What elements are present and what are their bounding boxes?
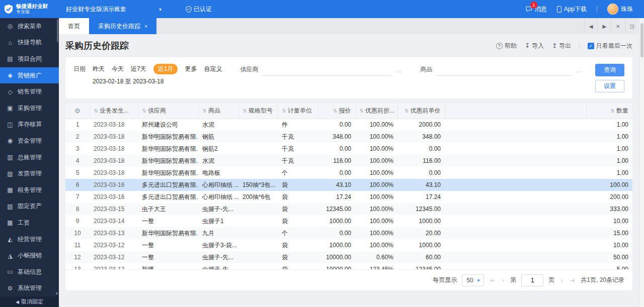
table-row[interactable]: 122023-03-12一整虫腿子-先...袋10000.000.60%60.0… bbox=[65, 251, 632, 263]
page-number-input[interactable] bbox=[521, 274, 543, 286]
cell-supplier: 新疆 bbox=[138, 263, 198, 269]
sidebar-item-system[interactable]: ⚙系统管理 bbox=[0, 280, 59, 297]
last-page-icon[interactable]: ⇥ bbox=[569, 277, 576, 284]
table-row[interactable]: 102023-03-13新华明国际贸易有限...九月个0.00100.00%20… bbox=[65, 227, 632, 239]
prev-page-icon[interactable]: ‹ bbox=[501, 277, 505, 284]
sort-icon[interactable]: ⇅ bbox=[282, 108, 286, 114]
table-row[interactable]: 12023-03-18郑州建设公司水泥件0.00100.00%2000.001.… bbox=[65, 119, 632, 131]
verified-badge[interactable]: 已认证 bbox=[186, 5, 212, 14]
product-picker-ellipsis[interactable]: ... bbox=[576, 67, 582, 76]
account-set-select[interactable]: 好业财专业版演示账套 ▾ bbox=[66, 5, 162, 14]
sidebar-item-sales[interactable]: ◇销售管理 bbox=[0, 83, 59, 100]
product-input[interactable] bbox=[436, 64, 572, 76]
sidebar-item-fixed-assets[interactable]: ▧固定资产 bbox=[0, 198, 59, 215]
table-row[interactable]: 92023-03-14一整虫腿子1袋1000.00100.00%1000.001… bbox=[65, 215, 632, 227]
sidebar-item-salary[interactable]: ▩工资 bbox=[0, 215, 59, 231]
sort-icon[interactable]: ⇅ bbox=[142, 108, 146, 114]
table-row[interactable]: 32023-03-18新华明国际贸易有限...钢筋2千克0.00100.00%0… bbox=[65, 143, 632, 155]
sidebar-item-search-menu[interactable]: ◎搜索菜单 bbox=[0, 18, 59, 35]
cell-date: 2023-03-14 bbox=[90, 215, 138, 227]
cell-price: 10000.00 bbox=[318, 263, 355, 269]
divider bbox=[597, 6, 597, 13]
col-pre-price: 优惠前单价 bbox=[411, 107, 441, 114]
sort-icon[interactable]: ⇅ bbox=[360, 108, 364, 114]
date-option[interactable]: 昨天 bbox=[93, 65, 105, 73]
cell-product: 水泥 bbox=[198, 119, 238, 131]
first-page-icon[interactable]: ⇤ bbox=[489, 277, 496, 284]
search-icon: ◎ bbox=[7, 23, 14, 30]
user-menu[interactable]: 珠珠 bbox=[607, 4, 633, 15]
date-option[interactable]: 今天 bbox=[112, 65, 124, 73]
sort-icon[interactable]: ⇅ bbox=[333, 108, 337, 114]
supplier-input[interactable] bbox=[262, 64, 391, 76]
window-scrollbar[interactable] bbox=[639, 18, 644, 307]
next-page-icon[interactable]: › bbox=[559, 277, 564, 284]
sidebar-item-invoice[interactable]: ▨发票管理 bbox=[0, 165, 59, 182]
date-option[interactable]: 近7天 bbox=[131, 65, 146, 73]
sidebar-item-marketing[interactable]: ◈营销推广 bbox=[0, 67, 59, 84]
scroll-tabs-left-icon[interactable]: ◀ bbox=[584, 18, 598, 34]
sort-icon[interactable]: ⇅ bbox=[611, 108, 615, 114]
close-tab-icon[interactable]: × bbox=[144, 23, 147, 29]
sidebar-item-reimburse[interactable]: ◮小畅报销 bbox=[0, 247, 59, 264]
settings-button[interactable]: 设置 bbox=[595, 80, 624, 92]
date-option[interactable]: 更多 bbox=[185, 65, 197, 73]
table-row[interactable]: 52023-03-18新华明国际贸易有限...电路板个0.00100.00%0.… bbox=[65, 167, 632, 179]
checkbox-checked-icon[interactable]: ✓ bbox=[588, 43, 594, 49]
table-row[interactable]: 132023-03-12新疆虫腿子-先...袋10000.00123.45%12… bbox=[65, 263, 632, 269]
scrollbar-thumb[interactable] bbox=[640, 23, 643, 57]
sort-icon[interactable]: ⇅ bbox=[203, 108, 207, 114]
export-button[interactable]: ↥ 导出 bbox=[552, 42, 571, 50]
sidebar-item-operation[interactable]: ◭经营管理 bbox=[0, 231, 59, 248]
cell-pre-price: 0.00 bbox=[397, 167, 445, 179]
only-last-label: 只看最后一次 bbox=[596, 42, 632, 50]
sidebar-scroll-down-icon[interactable]: ▾ bbox=[55, 291, 58, 296]
sidebar-item-tax[interactable]: ▦税务管理 bbox=[0, 182, 59, 198]
cell-unit: 件 bbox=[278, 119, 318, 131]
cell-date: 2023-03-16 bbox=[90, 179, 138, 191]
sidebar-scrollbar[interactable] bbox=[57, 19, 58, 42]
date-option[interactable]: 近1月 bbox=[153, 64, 178, 74]
help-button[interactable]: ? 帮助 bbox=[496, 42, 517, 50]
table-row[interactable]: 82023-03-15虫子大王虫腿子-先...袋12345.00100.00%1… bbox=[65, 203, 632, 215]
per-page-select[interactable]: 50 ▾ bbox=[462, 274, 484, 286]
tab-purchase-history[interactable]: 采购历史价跟踪 × bbox=[89, 18, 156, 34]
sidebar-item-inventory[interactable]: ◫库存核算 bbox=[0, 117, 59, 133]
avatar bbox=[607, 4, 618, 15]
table-row[interactable]: 62023-03-16多元进出口贸易有限...心相印抽纸 ...150抽*3包.… bbox=[65, 179, 632, 191]
tab-home[interactable]: 首页 bbox=[59, 18, 89, 34]
sidebar-item-funds[interactable]: ◉资金管理 bbox=[0, 133, 59, 149]
app-download-button[interactable]: App下载 bbox=[557, 5, 587, 14]
cell-row-number: 13 bbox=[65, 263, 90, 269]
sidebar-item-project-contract[interactable]: ▤项目合同 bbox=[0, 51, 59, 67]
sort-icon[interactable]: ⇅ bbox=[94, 108, 98, 114]
cell-pre-price: 12345.00 bbox=[397, 203, 445, 215]
messages-button[interactable]: 消息 1 bbox=[525, 5, 547, 14]
import-button[interactable]: ↧ 导入 bbox=[525, 42, 544, 50]
supplier-picker-ellipsis[interactable]: ... bbox=[395, 67, 402, 76]
expand-icon[interactable]: ◳ bbox=[625, 18, 639, 34]
cell-pre-price: 20.00 bbox=[397, 227, 445, 239]
tab-home-label: 首页 bbox=[68, 22, 80, 31]
sidebar-item-ledger[interactable]: ▥总账管理 bbox=[0, 149, 59, 166]
cell-supplier: 新华明国际贸易有限... bbox=[138, 227, 198, 239]
table-row[interactable]: 72023-03-16多元进出口贸易有限...心相印抽纸 ...200抽*6包袋… bbox=[65, 191, 632, 203]
column-settings-icon[interactable]: ⚙ bbox=[74, 107, 80, 115]
date-option[interactable]: 自定义 bbox=[204, 65, 222, 73]
close-all-tabs-icon[interactable]: ✕ bbox=[611, 18, 624, 34]
cell-qty: 1.00 bbox=[586, 143, 632, 155]
cell-spec bbox=[238, 143, 278, 155]
table-row[interactable]: 42023-03-18新华明国际贸易有限...水泥千克116.00100.00%… bbox=[65, 155, 632, 167]
search-button[interactable]: 查询 bbox=[595, 64, 624, 76]
scroll-tabs-right-icon[interactable]: ▶ bbox=[597, 18, 611, 34]
sort-icon[interactable]: ⇅ bbox=[243, 108, 247, 114]
only-last-checkbox[interactable]: ✓ 只看最后一次 bbox=[588, 42, 632, 50]
sidebar-item-base-info[interactable]: ▭基础信息 bbox=[0, 264, 59, 280]
unpin-sidebar-button[interactable]: ◀ 取消固定 bbox=[0, 296, 59, 307]
sort-icon[interactable]: ⇅ bbox=[405, 108, 409, 114]
sidebar-item-purchase[interactable]: ▣采购管理 bbox=[0, 100, 59, 117]
table-row[interactable]: 112023-03-12一整虫腿子3-袋...袋1000.00100.00%10… bbox=[65, 239, 632, 251]
cell-filler bbox=[445, 191, 586, 203]
sidebar-item-quick-nav[interactable]: ⌂快捷导航 bbox=[0, 35, 59, 51]
table-row[interactable]: 22023-03-18新华明国际贸易有限...钢筋千克348.00100.00%… bbox=[65, 131, 632, 143]
